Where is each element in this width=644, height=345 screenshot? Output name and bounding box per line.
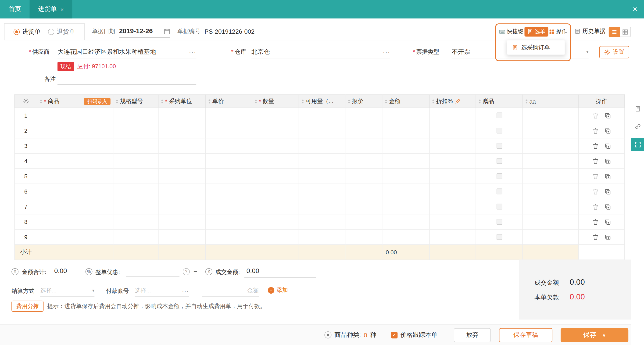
copy-row-icon[interactable]: [605, 204, 610, 210]
save-draft-button[interactable]: 保存草稿: [499, 328, 552, 342]
delete-row-icon[interactable]: [592, 128, 598, 134]
gift-checkbox[interactable]: [496, 158, 502, 164]
copy-row-icon[interactable]: [605, 189, 610, 195]
sort-icon[interactable]: [208, 99, 211, 103]
cell-aa[interactable]: [523, 123, 578, 138]
sort-icon[interactable]: [478, 99, 481, 103]
cell-goods[interactable]: [37, 138, 113, 153]
abandon-button[interactable]: 放弃: [454, 328, 491, 342]
cell-discount[interactable]: [430, 123, 476, 138]
cell-goods[interactable]: [37, 184, 113, 199]
cell-price[interactable]: [206, 229, 252, 244]
cell-qty[interactable]: [252, 214, 299, 229]
delete-row-icon[interactable]: [592, 234, 598, 240]
menu-item-select-purchase-order[interactable]: 选采购订单: [507, 40, 565, 55]
cell-price[interactable]: [206, 199, 252, 214]
cell-price[interactable]: [206, 214, 252, 229]
ellipsis-icon[interactable]: ···: [383, 48, 390, 56]
save-button[interactable]: 保存 ∧: [560, 328, 628, 342]
doc-date-input[interactable]: 2019-12-26: [119, 25, 170, 38]
copy-row-icon[interactable]: [605, 234, 610, 240]
gift-checkbox[interactable]: [496, 219, 502, 225]
cell-amount[interactable]: [382, 108, 429, 123]
cell-quote[interactable]: [345, 168, 382, 184]
cell-aa[interactable]: [523, 214, 578, 229]
cell-amount[interactable]: [382, 214, 429, 229]
cell-unit[interactable]: [158, 229, 206, 244]
cell-unit[interactable]: [158, 184, 206, 199]
cell-avail[interactable]: [299, 153, 345, 168]
cell-qty[interactable]: [252, 153, 299, 168]
cell-price[interactable]: [206, 168, 252, 184]
operations-button[interactable]: 操作: [549, 28, 567, 35]
copy-row-icon[interactable]: [605, 113, 610, 119]
history-documents-button[interactable]: 历史单据: [574, 28, 606, 35]
cell-unit[interactable]: [158, 153, 206, 168]
cell-discount[interactable]: [430, 138, 476, 153]
cell-qty[interactable]: [252, 229, 299, 244]
close-icon[interactable]: ×: [630, 0, 640, 18]
cell-unit[interactable]: [158, 123, 206, 138]
copy-row-icon[interactable]: [605, 174, 610, 180]
cell-price[interactable]: [206, 184, 252, 199]
cell-qty[interactable]: [252, 199, 299, 214]
cell-spec[interactable]: [113, 229, 158, 244]
tab-purchase-order[interactable]: 进货单 ×: [30, 0, 72, 18]
shortcut-keys-button[interactable]: 快捷键: [499, 28, 524, 35]
radio-purchase-order[interactable]: 进货单: [14, 28, 41, 36]
ellipsis-icon[interactable]: ···: [182, 287, 189, 294]
link-button[interactable]: [632, 120, 644, 133]
tab-close-icon[interactable]: ×: [60, 6, 64, 12]
expand-button[interactable]: [632, 138, 644, 151]
sort-icon[interactable]: [302, 99, 304, 103]
table-settings-gear-icon[interactable]: [14, 95, 37, 108]
cell-aa[interactable]: [523, 153, 578, 168]
cell-discount[interactable]: [430, 168, 476, 184]
cell-aa[interactable]: [523, 108, 578, 123]
cell-spec[interactable]: [113, 184, 158, 199]
column-header-qty[interactable]: *数量: [252, 95, 299, 108]
cell-qty[interactable]: [252, 108, 299, 123]
cell-price[interactable]: [206, 108, 252, 123]
cell-aa[interactable]: [523, 199, 578, 214]
gift-checkbox[interactable]: [496, 174, 502, 179]
settings-button[interactable]: 设置: [599, 46, 629, 58]
cell-amount[interactable]: [382, 153, 429, 168]
delete-row-icon[interactable]: [592, 174, 598, 180]
cell-goods[interactable]: [37, 214, 113, 229]
cell-avail[interactable]: [299, 168, 345, 184]
copy-row-icon[interactable]: [605, 219, 610, 225]
cell-amount[interactable]: [382, 123, 429, 138]
column-header-spec[interactable]: 规格型号: [113, 95, 158, 108]
cell-qty[interactable]: [252, 184, 299, 199]
cell-goods[interactable]: [37, 168, 113, 184]
column-header-discount[interactable]: 折扣%: [430, 95, 476, 108]
cell-quote[interactable]: [345, 184, 382, 199]
cell-price[interactable]: [206, 138, 252, 153]
supplier-field[interactable]: 大连花园口经济区景和水果种植基地 ···: [58, 46, 196, 58]
cell-spec[interactable]: [113, 168, 158, 184]
copy-row-icon[interactable]: [605, 158, 610, 164]
column-header-unit[interactable]: *采购单位: [158, 95, 206, 108]
cell-quote[interactable]: [345, 214, 382, 229]
cell-spec[interactable]: [113, 108, 158, 123]
sort-icon[interactable]: [161, 99, 164, 103]
column-header-aa[interactable]: aa: [523, 95, 578, 108]
sort-icon[interactable]: [525, 99, 528, 103]
settle-method-select[interactable]: 选择... ▾: [40, 285, 94, 296]
tab-home[interactable]: 首页: [0, 0, 30, 18]
sort-icon[interactable]: [116, 99, 118, 103]
column-header-avail[interactable]: 可用量（...: [299, 95, 345, 108]
cell-aa[interactable]: [523, 184, 578, 199]
delete-row-icon[interactable]: [592, 204, 598, 210]
pay-amount-input[interactable]: 金额: [202, 285, 259, 296]
column-header-gift[interactable]: 赠品: [476, 95, 522, 108]
order-discount-input[interactable]: [126, 266, 180, 277]
cell-spec[interactable]: [113, 214, 158, 229]
cell-avail[interactable]: [299, 138, 345, 153]
cell-avail[interactable]: [299, 229, 345, 244]
cell-avail[interactable]: [299, 108, 345, 123]
cell-goods[interactable]: [37, 199, 113, 214]
cell-goods[interactable]: [37, 229, 113, 244]
cell-quote[interactable]: [345, 153, 382, 168]
